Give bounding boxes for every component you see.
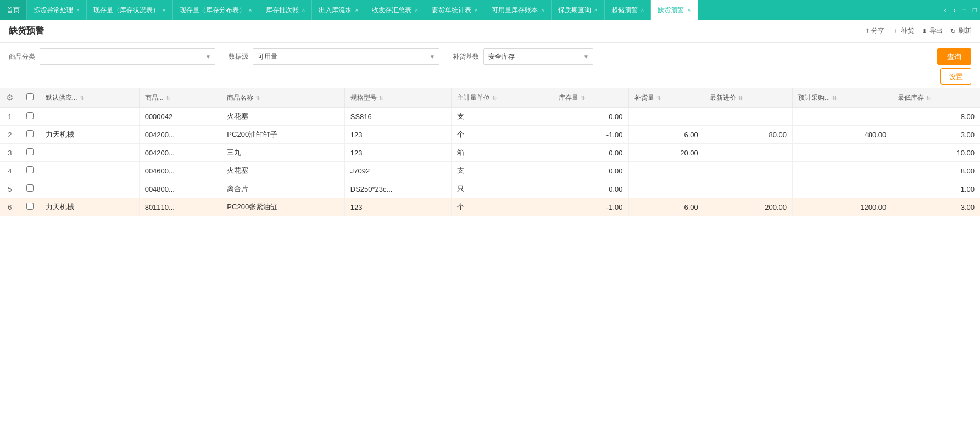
replenish-button[interactable]: ＋ 补货 [892,26,914,36]
tab-expiry[interactable]: 保质期查询 × [552,0,605,20]
th-purchase-sort[interactable]: 预计采购... [798,93,886,103]
close-icon[interactable]: × [475,7,478,13]
th-name[interactable]: 商品名称 [221,88,344,108]
row-code: 004600... [139,162,221,180]
th-supplier-sort[interactable]: 默认供应... [46,93,133,103]
datasource-select[interactable]: 可用量 库存量 [253,48,439,65]
close-icon[interactable]: × [163,7,166,13]
th-unit[interactable]: 主计量单位 [452,88,553,108]
tab-demand-label: 要货单统计表 [432,5,471,15]
th-stock[interactable]: 库存量 [553,88,628,108]
tab-summary[interactable]: 收发存汇总表 × [365,0,425,20]
th-price-sort[interactable]: 最新进价 [710,93,787,103]
close-icon[interactable]: × [594,7,598,13]
row-check[interactable] [20,180,40,198]
th-stock-label: 库存量 [559,93,578,103]
row-code: 0000042 [139,108,221,126]
share-button[interactable]: ⤴ 分享 [866,26,884,36]
base-filter-group: 补货基数 安全库存 最低库存 [453,48,593,65]
th-code-sort[interactable]: 商品... [145,93,216,103]
th-replenish-sort[interactable]: 补货量 [634,93,698,103]
row-checkbox[interactable] [26,130,34,137]
base-select[interactable]: 安全库存 最低库存 [483,48,593,65]
row-price [704,180,792,198]
row-check[interactable] [20,126,40,144]
th-spec-sort[interactable]: 规格型号 [350,93,446,103]
gear-icon[interactable]: ⚙ [6,93,13,102]
row-price [704,144,792,162]
tab-inout[interactable]: 出入库流水 × [312,0,365,20]
th-stock-sort[interactable]: 库存量 [559,93,622,103]
tab-available[interactable]: 可用量库存账本 × [485,0,552,20]
tab-stock-dist[interactable]: 现存量（库存分布表） × [173,0,259,20]
refresh-icon: ↻ [950,27,956,35]
row-price [704,108,792,126]
row-min-stock: 8.00 [892,162,980,180]
th-price[interactable]: 最新进价 [704,88,792,108]
row-stock: -1.00 [553,198,628,216]
close-icon[interactable]: × [641,7,644,13]
row-name: PC200张紧油缸 [221,198,344,216]
row-code: 004200... [139,144,221,162]
tab-overstock[interactable]: 超储预警 × [605,0,652,20]
row-checkbox[interactable] [26,166,34,173]
th-name-sort[interactable]: 商品名称 [227,93,338,103]
tab-home[interactable]: 首页 [0,0,27,20]
row-checkbox[interactable] [26,203,34,210]
category-select[interactable] [40,48,215,65]
row-unit: 个 [452,126,553,144]
tab-shortage-label: 缺货预警 [658,5,684,15]
query-button[interactable]: 查询 [937,48,971,65]
close-icon[interactable]: × [76,7,80,13]
row-code: 004200... [139,126,221,144]
page-body: 缺货预警 ⤴ 分享 ＋ 补货 ⬇ 导出 ↻ 刷新 商品分类 [0,20,980,437]
row-min-stock: 10.00 [892,144,980,162]
select-all-checkbox[interactable] [26,93,34,100]
nav-next-button[interactable]: › [950,0,959,20]
th-code[interactable]: 商品... [139,88,221,108]
nav-min-button[interactable]: − [959,0,970,20]
th-supplier[interactable]: 默认供应... [40,88,139,108]
th-code-label: 商品... [145,93,164,103]
row-check[interactable] [20,162,40,180]
th-name-label: 商品名称 [227,93,253,103]
refresh-button[interactable]: ↻ 刷新 [950,26,971,36]
th-unit-label: 主计量单位 [457,93,490,103]
row-checkbox[interactable] [26,112,34,119]
row-spec: 123 [344,126,451,144]
row-check[interactable] [20,198,40,216]
th-purchase[interactable]: 预计采购... [793,88,892,108]
share-icon: ⤴ [866,27,869,35]
th-min-stock-sort[interactable]: 最低库存 [898,93,975,103]
row-checkbox[interactable] [26,148,34,155]
tab-shortage[interactable]: 缺货预警 × [651,0,698,20]
row-replenish [628,162,704,180]
header-actions: ⤴ 分享 ＋ 补货 ⬇ 导出 ↻ 刷新 [866,26,971,36]
row-checkbox[interactable] [26,184,34,192]
tab-batch[interactable]: 库存批次账 × [259,0,313,20]
close-icon[interactable]: × [541,7,544,13]
row-check[interactable] [20,108,40,126]
nav-prev-button[interactable]: ‹ [940,0,950,20]
th-replenish[interactable]: 补货量 [628,88,704,108]
close-icon[interactable]: × [355,7,358,13]
nav-max-button[interactable]: □ [970,0,980,20]
close-icon[interactable]: × [302,7,305,13]
tab-exception[interactable]: 拣货异常处理 × [27,0,87,20]
export-icon: ⬇ [922,27,927,35]
row-price [704,162,792,180]
tab-stock-status[interactable]: 现存量（库存状况表） × [87,0,173,20]
th-unit-sort[interactable]: 主计量单位 [457,93,547,103]
datasource-filter-group: 数据源 可用量 库存量 [229,48,439,65]
close-icon[interactable]: × [249,7,252,13]
close-icon[interactable]: × [415,7,418,13]
table-body: 1 0000042 火花塞 SS816 支 0.00 8.00 2 力天机械 0… [0,108,980,216]
replenish-label: 补货 [901,26,914,36]
settings-button[interactable]: 设置 [940,68,971,85]
export-button[interactable]: ⬇ 导出 [922,26,943,36]
close-icon[interactable]: × [687,7,691,13]
th-spec[interactable]: 规格型号 [344,88,451,108]
row-check[interactable] [20,144,40,162]
th-min-stock[interactable]: 最低库存 [892,88,980,108]
tab-demand[interactable]: 要货单统计表 × [425,0,485,20]
